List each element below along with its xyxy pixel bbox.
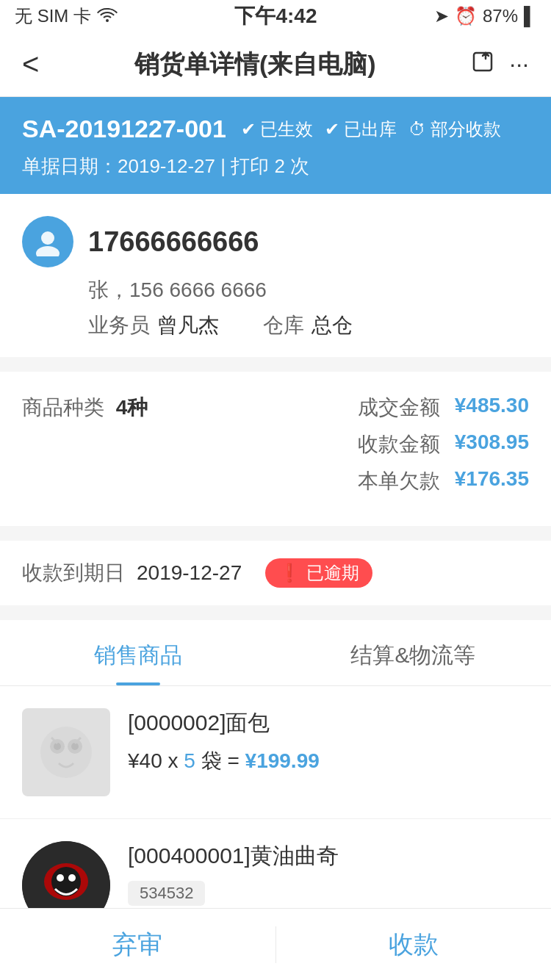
staff-label: 业务员 — [88, 311, 150, 339]
product-total-1: ¥199.99 — [245, 749, 320, 772]
svg-point-7 — [71, 743, 79, 750]
svg-point-3 — [40, 727, 92, 778]
tabs-section: 销售商品 结算&物流等 — [0, 620, 551, 686]
summary-section: 商品种类 4种 成交金额 ¥485.30 收款金额 ¥308.95 本单欠款 ¥… — [0, 372, 551, 526]
collect-payment-button[interactable]: 收款 — [276, 913, 552, 976]
nav-right: ··· — [471, 50, 529, 79]
amount-row-2: 收款金额 ¥308.95 — [358, 430, 529, 458]
tab-products[interactable]: 销售商品 — [0, 620, 276, 685]
status-left: 无 SIM 卡 — [15, 4, 118, 28]
amount-value-1: ¥485.30 — [455, 394, 529, 422]
summary-right: 成交金额 ¥485.30 收款金额 ¥308.95 本单欠款 ¥176.35 — [358, 394, 529, 504]
product-qty-1: 5 — [184, 749, 195, 772]
amount-value-2: ¥308.95 — [455, 430, 529, 458]
svg-point-1 — [41, 231, 54, 245]
order-meta: 单据日期：2019-12-27 | 打印 2 次 — [22, 154, 529, 179]
more-icon[interactable]: ··· — [509, 51, 529, 78]
carrier-text: 无 SIM 卡 — [15, 4, 91, 28]
nav-bar: < 销货单详情(来自电脑) ··· — [0, 32, 551, 97]
alarm-icon: ⏰ — [455, 6, 477, 26]
product-price-row-1: ¥40 x 5 袋 = ¥199.99 — [128, 747, 529, 775]
order-status-badges: ✔ 已生效 ✔ 已出库 ⏱ 部分收款 — [241, 118, 501, 141]
svg-point-10 — [51, 867, 81, 896]
nav-left: < — [22, 48, 39, 81]
amount-label-1: 成交金额 — [358, 394, 440, 422]
tab-settlement-label: 结算&物流等 — [350, 643, 475, 667]
list-item: [0000002]面包 ¥40 x 5 袋 = ¥199.99 — [0, 686, 551, 819]
product-info-1: [0000002]面包 ¥40 x 5 袋 = ¥199.99 — [128, 708, 529, 775]
svg-point-11 — [57, 874, 64, 882]
check-icon-2: ✔ — [325, 119, 339, 140]
bottom-bar: 弃审 收款 — [0, 908, 551, 980]
customer-section: 17666666666 张，156 6666 6666 业务员 曾凡杰 仓库 总… — [0, 194, 551, 357]
summary-row: 商品种类 4种 成交金额 ¥485.30 收款金额 ¥308.95 本单欠款 ¥… — [22, 394, 529, 504]
svg-point-6 — [54, 743, 61, 750]
status-time: 下午4:42 — [234, 2, 317, 30]
product-sku-2: 534532 — [128, 881, 205, 906]
due-date: 2019-12-27 — [137, 561, 242, 585]
customer-staff-row: 业务员 曾凡杰 仓库 总仓 — [22, 311, 529, 339]
warehouse-label: 仓库 — [263, 311, 304, 339]
product-name-2: [000400001]黄油曲奇 — [128, 841, 529, 871]
due-label: 收款到期日 — [22, 559, 125, 587]
product-image-1 — [22, 708, 110, 796]
location-icon: ➤ — [434, 6, 449, 26]
customer-name: 17666666666 — [88, 226, 259, 258]
order-header: SA-20191227-001 ✔ 已生效 ✔ 已出库 ⏱ 部分收款 单据日期：… — [0, 97, 551, 194]
payment-due-section: 收款到期日 2019-12-27 ❗ 已逾期 — [0, 541, 551, 605]
tab-products-label: 销售商品 — [94, 643, 182, 667]
amount-row-1: 成交金额 ¥485.30 — [358, 394, 529, 422]
staff-value: 曾凡杰 — [157, 311, 219, 339]
summary-left: 商品种类 4种 — [22, 394, 148, 422]
category-value: 4种 — [116, 396, 148, 419]
status-badge-shipped: ✔ 已出库 — [325, 118, 397, 141]
amount-label-2: 收款金额 — [358, 430, 440, 458]
amount-row-3: 本单欠款 ¥176.35 — [358, 467, 529, 495]
product-name-1: [0000002]面包 — [128, 708, 529, 738]
status-bar: 无 SIM 卡 下午4:42 ➤ ⏰ 87% ▌ — [0, 0, 551, 32]
warehouse-value: 总仓 — [311, 311, 353, 339]
status-badge-effective: ✔ 已生效 — [241, 118, 313, 141]
clock-icon: ⏱ — [408, 119, 426, 140]
wifi-icon — [97, 6, 118, 26]
status-badge-partial: ⏱ 部分收款 — [408, 118, 501, 141]
category-label: 商品种类 — [22, 396, 104, 419]
svg-point-2 — [36, 246, 60, 256]
customer-top: 17666666666 — [22, 216, 529, 267]
battery-text: 87% — [483, 6, 518, 26]
order-id: SA-20191227-001 — [22, 115, 226, 143]
avatar — [22, 216, 73, 267]
overdue-icon: ❗ — [278, 563, 300, 583]
product-price-1: ¥40 — [128, 749, 162, 772]
amount-value-3: ¥176.35 — [455, 467, 529, 495]
overdue-label: 已逾期 — [306, 561, 359, 585]
check-icon-1: ✔ — [241, 119, 256, 140]
order-header-top: SA-20191227-001 ✔ 已生效 ✔ 已出库 ⏱ 部分收款 — [22, 115, 529, 143]
tab-settlement[interactable]: 结算&物流等 — [276, 620, 551, 685]
overdue-badge: ❗ 已逾期 — [265, 558, 372, 588]
status-right: ➤ ⏰ 87% ▌ — [434, 6, 536, 26]
customer-detail: 张，156 6666 6666 — [22, 276, 529, 304]
svg-point-12 — [68, 874, 76, 882]
amount-label-3: 本单欠款 — [358, 467, 440, 495]
back-button[interactable]: < — [22, 48, 39, 81]
share-icon[interactable] — [471, 50, 494, 79]
page-title: 销货单详情(来自电脑) — [134, 48, 376, 82]
cancel-review-button[interactable]: 弃审 — [0, 913, 276, 976]
battery-icon: ▌ — [524, 6, 536, 26]
product-unit-1: 袋 — [201, 749, 222, 772]
